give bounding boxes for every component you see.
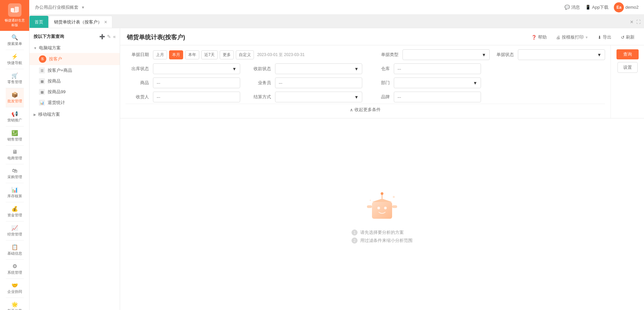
brand-select[interactable]: ··· bbox=[394, 92, 481, 102]
tab-home[interactable]: 首页 bbox=[30, 16, 48, 28]
sidebar-item-finance[interactable]: 💰资金管理 bbox=[6, 202, 24, 221]
warehouse-label: 仓库 bbox=[366, 66, 390, 72]
scheme-sidebar: 按以下方案查询 ➕ ✎ « ▼ 电脑端方案 客 按客户 ☰ bbox=[30, 28, 120, 310]
sidebar-item-system[interactable]: ⚙系统管理 bbox=[6, 260, 24, 279]
receipt-status-select[interactable]: ▼ bbox=[275, 63, 362, 74]
scheme-collapse-icon[interactable]: « bbox=[113, 34, 116, 39]
sidebar-item-label-system: 系统管理 bbox=[7, 270, 22, 275]
date-last-7-days[interactable]: 近7天 bbox=[201, 50, 218, 59]
scheme-header-icons: ➕ ✎ « bbox=[99, 34, 116, 39]
status-select[interactable]: ▼ bbox=[518, 49, 605, 60]
filter-and-actions: 单据日期 上月 本月 本年 近7天 更多 自定义 2023-03-01 至 20… bbox=[120, 45, 644, 118]
collapse-button[interactable]: ∧ 收起更多条件 bbox=[125, 104, 605, 114]
scheme-item-return-stats[interactable]: 📊 退货统计 bbox=[30, 97, 120, 108]
salesperson-select[interactable]: ··· bbox=[275, 78, 362, 88]
scheme-item-by-goods-label: 按商品 bbox=[48, 78, 61, 84]
receiver-select[interactable]: ··· bbox=[153, 92, 240, 102]
print-dropdown-icon: ▼ bbox=[585, 36, 588, 39]
scheme-item-icon-customer: 客 bbox=[39, 55, 46, 63]
out-status-select[interactable]: ▼ bbox=[153, 63, 240, 74]
search-icon: 🔍 bbox=[11, 34, 18, 41]
date-more[interactable]: 更多 bbox=[220, 50, 234, 59]
out-status-label: 出库状态 bbox=[125, 66, 149, 72]
scheme-item-by-customer-goods[interactable]: ☰ 按客户+商品 bbox=[30, 65, 120, 76]
status-label: 单据状态 bbox=[494, 52, 514, 58]
date-this-year[interactable]: 本年 bbox=[185, 50, 199, 59]
sidebar-item-newbie[interactable]: 🌟新手引导 bbox=[6, 298, 24, 310]
department-select[interactable]: ▼ bbox=[394, 78, 481, 88]
export-button[interactable]: ⬇ 导出 bbox=[595, 33, 614, 42]
marketing-icon: 📢 bbox=[11, 111, 18, 117]
sidebar-item-enterprise[interactable]: 🤝企业协同 bbox=[6, 279, 24, 298]
tab-expand-area[interactable]: ✕ ⛶ bbox=[627, 16, 644, 28]
sidebar-item-operations[interactable]: 📈经营管理 bbox=[6, 221, 24, 241]
scheme-group-mobile-label: 移动端方案 bbox=[38, 111, 60, 117]
svg-rect-1 bbox=[15, 7, 19, 12]
sidebar-item-quick-nav[interactable]: ⚡快捷导航 bbox=[6, 50, 24, 69]
workspace-dropdown-icon[interactable]: ▼ bbox=[81, 5, 85, 9]
sidebar-item-inventory[interactable]: 📊库存核算 bbox=[6, 183, 24, 202]
date-label: 单据日期 bbox=[125, 52, 149, 58]
scheme-header: 按以下方案查询 ➕ ✎ « bbox=[30, 32, 120, 42]
refresh-button[interactable]: ↺ 刷新 bbox=[618, 33, 637, 42]
tab-sales-stats[interactable]: 销货单统计表（按客户） ✕ bbox=[49, 16, 112, 28]
salesperson-label: 业务员 bbox=[248, 80, 271, 86]
scheme-add-icon[interactable]: ➕ bbox=[99, 34, 105, 39]
sidebar-item-basic[interactable]: 📋基础信息 bbox=[6, 241, 24, 260]
result-area: 1 请先选择要分析的方案 2 用过滤条件来缩小分析范围 bbox=[120, 118, 644, 310]
query-button[interactable]: 查询 bbox=[616, 49, 639, 59]
filter-row-3: 商品 ··· 业务员 ··· 部门 ▼ bbox=[125, 78, 605, 88]
message-button[interactable]: 💬 消息 bbox=[565, 4, 580, 10]
type-select[interactable]: ▼ bbox=[402, 49, 490, 60]
sidebar-item-wholesale[interactable]: 📦批发管理 bbox=[6, 88, 24, 107]
sidebar-item-retail[interactable]: 🛒零售管理 bbox=[6, 69, 24, 88]
settlement-select[interactable]: ▼ bbox=[275, 92, 362, 102]
settlement-dropdown-icon: ▼ bbox=[354, 95, 359, 100]
scheme-group-desktop: ▼ 电脑端方案 客 按客户 ☰ 按客户+商品 ▦ 按商品 ▦ 按商品99 bbox=[30, 43, 120, 108]
scheme-group-mobile-header[interactable]: ▶ 移动端方案 bbox=[30, 109, 120, 119]
goods-select[interactable]: ··· bbox=[153, 78, 240, 88]
scheme-group-desktop-header[interactable]: ▼ 电脑端方案 bbox=[30, 43, 120, 53]
scheme-item-icon-goods: ▦ bbox=[39, 78, 45, 84]
scheme-item-by-goods[interactable]: ▦ 按商品 bbox=[30, 76, 120, 87]
scheme-item-by-goods-99[interactable]: ▦ 按商品99 bbox=[30, 87, 120, 97]
finance-icon: 💰 bbox=[11, 206, 18, 212]
sidebar-item-marketing[interactable]: 📢营销推广 bbox=[6, 107, 24, 126]
empty-tip-1: 1 请先选择要分析的方案 bbox=[352, 229, 413, 236]
app-download-button[interactable]: 📱 App下载 bbox=[585, 4, 608, 10]
date-this-month[interactable]: 本月 bbox=[169, 50, 183, 59]
scheme-item-by-customer-goods-label: 按客户+商品 bbox=[48, 67, 72, 73]
filter-section: 单据日期 上月 本月 本年 近7天 更多 自定义 2023-03-01 至 20… bbox=[120, 45, 610, 118]
date-custom[interactable]: 自定义 bbox=[236, 50, 254, 59]
brand-placeholder: ··· bbox=[397, 95, 401, 100]
left-sidebar: 畅捷通好生意 标版 🔍搜索菜单⚡快捷导航🛒零售管理📦批发管理📢营销推广💹销售管理… bbox=[0, 0, 30, 310]
scheme-item-by-customer[interactable]: 客 按客户 bbox=[30, 53, 120, 65]
sidebar-item-label-ecommerce: 电商管理 bbox=[7, 156, 22, 161]
settings-button[interactable]: 设置 bbox=[618, 62, 638, 73]
quick-nav-icon: ⚡ bbox=[11, 53, 18, 60]
sidebar-item-search[interactable]: 🔍搜索菜单 bbox=[6, 31, 24, 50]
tab-sales-stats-label: 销货单统计表（按客户） bbox=[54, 19, 102, 25]
sidebar-item-ecommerce[interactable]: 🖥电商管理 bbox=[6, 146, 24, 164]
sidebar-item-purchase[interactable]: 🛍采购管理 bbox=[6, 164, 24, 183]
window-expand-icon[interactable]: ⛶ bbox=[636, 19, 641, 24]
page-content: 按以下方案查询 ➕ ✎ « ▼ 电脑端方案 客 按客户 ☰ bbox=[30, 28, 644, 310]
window-close-icon[interactable]: ✕ bbox=[630, 19, 634, 24]
print-button[interactable]: 🖨 按模板打印 ▼ bbox=[553, 33, 591, 42]
svg-point-4 bbox=[377, 207, 380, 209]
user-avatar-area[interactable]: Ea demo2 bbox=[614, 2, 639, 12]
warehouse-select[interactable]: ··· bbox=[394, 63, 481, 74]
user-name: demo2 bbox=[625, 5, 639, 10]
scheme-item-by-goods-99-label: 按商品99 bbox=[48, 89, 65, 95]
sidebar-item-sales[interactable]: 💹销售管理 bbox=[6, 126, 24, 146]
tab-close-icon[interactable]: ✕ bbox=[104, 20, 107, 24]
app-logo: 畅捷通好生意 标版 bbox=[0, 0, 30, 31]
date-last-month[interactable]: 上月 bbox=[153, 50, 167, 59]
sidebar-item-label-inventory: 库存核算 bbox=[7, 194, 22, 199]
newbie-icon: 🌟 bbox=[11, 301, 18, 308]
type-dropdown-icon: ▼ bbox=[482, 52, 486, 57]
logo-icon bbox=[8, 3, 21, 17]
header-right: 💬 消息 📱 App下载 Ea demo2 bbox=[565, 2, 639, 12]
scheme-edit-icon[interactable]: ✎ bbox=[107, 34, 111, 39]
help-button[interactable]: ❓ 帮助 bbox=[529, 33, 549, 42]
